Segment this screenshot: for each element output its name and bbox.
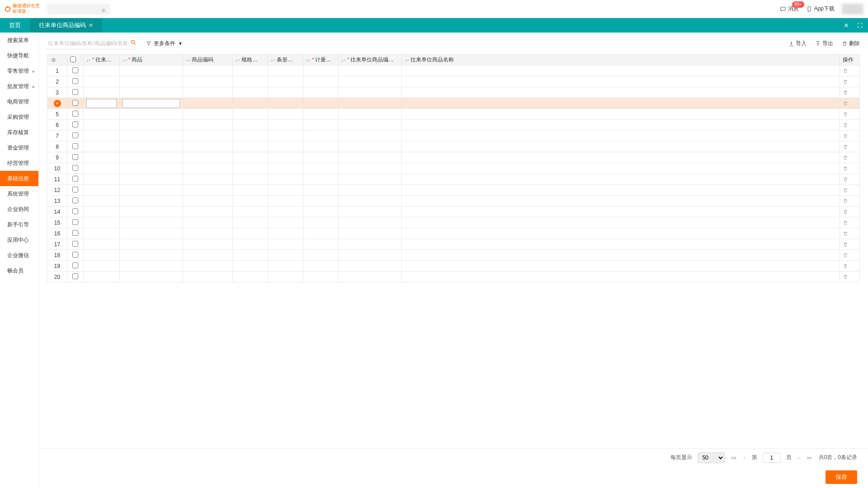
table-cell[interactable]	[233, 66, 268, 76]
table-cell[interactable]	[233, 131, 268, 141]
table-cell[interactable]	[268, 76, 303, 87]
table-cell[interactable]	[84, 163, 120, 174]
table-cell[interactable]	[268, 141, 303, 152]
table-cell[interactable]	[402, 228, 840, 239]
table-cell[interactable]	[233, 196, 268, 206]
cell-input-partner[interactable]	[86, 99, 117, 108]
table-cell[interactable]	[339, 272, 402, 282]
table-cell[interactable]	[303, 141, 339, 152]
table-cell[interactable]	[120, 228, 183, 239]
col-partner[interactable]: ▴▾*往来…	[84, 55, 120, 66]
table-row[interactable]: 3	[47, 87, 860, 98]
table-cell[interactable]	[233, 174, 268, 185]
delete-button[interactable]: 删除	[841, 40, 860, 47]
table-cell[interactable]	[303, 109, 339, 120]
table-cell[interactable]	[339, 185, 402, 196]
table-cell[interactable]	[183, 141, 233, 152]
table-row[interactable]: 14	[47, 206, 860, 217]
row-delete-button[interactable]	[843, 253, 857, 258]
table-row[interactable]: 18	[47, 250, 860, 261]
table-row[interactable]: +	[47, 98, 860, 109]
table-cell[interactable]	[303, 152, 339, 163]
table-cell[interactable]	[120, 163, 183, 174]
table-cell[interactable]	[120, 272, 183, 282]
row-checkbox[interactable]	[72, 111, 78, 117]
table-cell[interactable]	[303, 250, 339, 261]
row-delete-button[interactable]	[843, 144, 857, 150]
table-cell[interactable]	[339, 141, 402, 152]
table-cell[interactable]	[84, 66, 120, 76]
sidebar-item[interactable]: 企业协同	[0, 202, 38, 217]
table-row[interactable]: 15	[47, 217, 860, 228]
table-cell[interactable]	[120, 87, 183, 98]
page-next-button[interactable]: ›	[797, 455, 801, 461]
table-cell[interactable]	[183, 109, 233, 120]
page-first-button[interactable]: ⏮	[730, 455, 737, 461]
row-delete-button[interactable]	[843, 231, 857, 236]
column-settings[interactable]: ⚙	[47, 55, 67, 66]
tab-home[interactable]: 首页	[0, 18, 30, 33]
table-cell[interactable]	[84, 87, 120, 98]
table-cell[interactable]	[402, 272, 840, 282]
user-avatar[interactable]	[842, 4, 863, 14]
sidebar-item[interactable]: 畅会员	[0, 263, 38, 278]
table-cell[interactable]	[303, 261, 339, 272]
table-cell[interactable]	[84, 174, 120, 185]
page-prev-button[interactable]: ‹	[743, 455, 746, 461]
row-delete-button[interactable]	[843, 133, 857, 139]
table-cell[interactable]	[84, 131, 120, 141]
row-checkbox[interactable]	[72, 100, 78, 106]
table-cell[interactable]	[339, 131, 402, 141]
sidebar-item[interactable]: 库存核算	[0, 125, 38, 140]
more-conditions-button[interactable]: 更多条件 ▾	[146, 40, 184, 47]
fullscreen-button[interactable]	[855, 21, 864, 30]
table-cell[interactable]	[84, 250, 120, 261]
sidebar-item[interactable]: 快捷导航	[0, 48, 38, 63]
table-cell[interactable]	[268, 261, 303, 272]
table-cell[interactable]	[84, 196, 120, 206]
export-button[interactable]: 导出	[815, 40, 833, 47]
table-cell[interactable]	[303, 131, 339, 141]
row-checkbox[interactable]	[72, 252, 78, 258]
table-cell[interactable]	[303, 206, 339, 217]
table-cell[interactable]	[339, 250, 402, 261]
table-row[interactable]: 12	[47, 185, 860, 196]
row-checkbox[interactable]	[72, 165, 78, 171]
col-barcode[interactable]: ▴▾条形…	[268, 55, 303, 66]
table-cell[interactable]	[268, 87, 303, 98]
row-checkbox[interactable]	[72, 241, 78, 247]
table-cell[interactable]	[183, 196, 233, 206]
table-cell[interactable]	[233, 76, 268, 87]
table-cell[interactable]	[84, 261, 120, 272]
row-delete-button[interactable]	[843, 155, 857, 160]
table-cell[interactable]	[268, 98, 303, 109]
col-product-code[interactable]: ▴▾商品编码	[183, 55, 233, 66]
table-cell[interactable]	[402, 98, 840, 109]
table-cell[interactable]	[183, 174, 233, 185]
cell-input-product[interactable]	[123, 99, 180, 108]
table-row[interactable]: 17	[47, 239, 860, 250]
table-cell[interactable]	[303, 185, 339, 196]
table-cell[interactable]	[120, 250, 183, 261]
table-cell[interactable]	[268, 250, 303, 261]
table-cell[interactable]	[183, 217, 233, 228]
table-row[interactable]: 19	[47, 261, 860, 272]
table-cell[interactable]	[120, 141, 183, 152]
table-cell[interactable]	[233, 87, 268, 98]
app-download-button[interactable]: App下载	[806, 5, 835, 13]
table-cell[interactable]	[84, 217, 120, 228]
table-cell[interactable]	[303, 196, 339, 206]
table-cell[interactable]	[183, 66, 233, 76]
import-button[interactable]: 导入	[788, 40, 807, 47]
sidebar-item[interactable]: 批发管理	[0, 79, 38, 94]
sidebar-item[interactable]: 基础信息	[0, 171, 38, 186]
row-delete-button[interactable]	[843, 68, 857, 74]
row-checkbox[interactable]	[72, 230, 78, 236]
table-row[interactable]: 5	[47, 109, 860, 120]
table-cell[interactable]	[268, 206, 303, 217]
table-cell[interactable]	[120, 206, 183, 217]
table-row[interactable]: 6	[47, 120, 860, 131]
page-input[interactable]	[763, 453, 781, 463]
col-product[interactable]: ▴▾*商品	[120, 55, 183, 66]
table-cell[interactable]	[268, 131, 303, 141]
